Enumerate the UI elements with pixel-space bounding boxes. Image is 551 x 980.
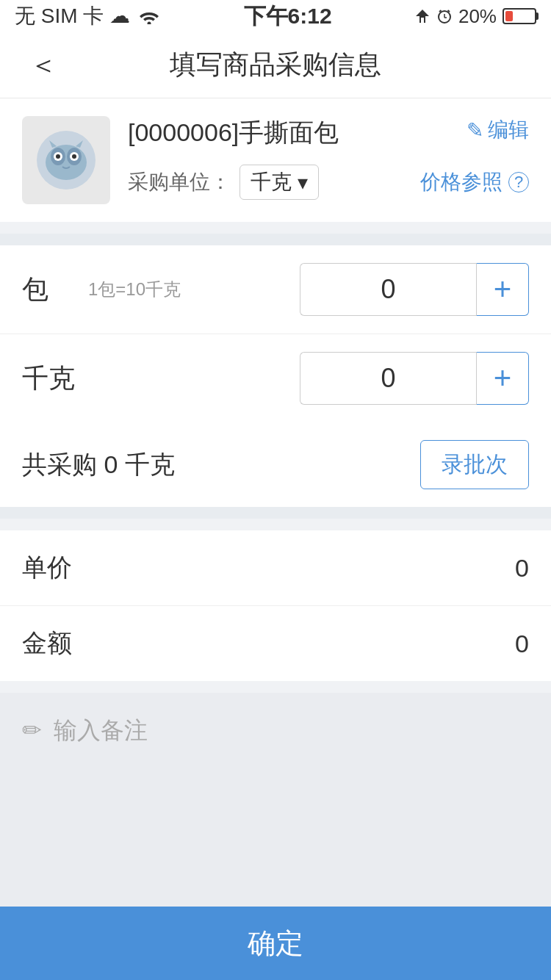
product-name-row: [0000006]手撕面包 ✎ 编辑 [128, 116, 529, 150]
status-bar: 无 SIM 卡 ☁ 下午6:12 20% [0, 0, 551, 32]
price-ref-button[interactable]: 价格参照 ? [420, 168, 529, 196]
bag-input-control: 0 + [300, 263, 529, 316]
edit-button[interactable]: ✎ 编辑 [467, 116, 529, 144]
note-icon: ✏ [22, 716, 42, 744]
bag-input-row: 包 1包=10千克 0 + [0, 245, 551, 334]
product-logo [37, 131, 96, 190]
svg-point-0 [148, 22, 151, 25]
note-placeholder: 输入备注 [54, 715, 148, 747]
kg-input-control: 0 + [300, 352, 529, 405]
bag-plus-button[interactable]: + [476, 263, 529, 316]
dropdown-icon: ▾ [298, 170, 308, 195]
bag-label: 包 [22, 272, 81, 308]
status-right: 20% [414, 5, 536, 28]
batch-button[interactable]: 录批次 [420, 440, 529, 489]
input-section: 包 1包=10千克 0 + 千克 0 + [0, 245, 551, 422]
svg-point-12 [72, 154, 76, 159]
edit-label: 编辑 [488, 116, 529, 144]
summary-row: 共采购 0 千克 录批次 [0, 422, 551, 507]
kg-number-input[interactable]: 0 [300, 352, 476, 405]
battery-icon [503, 8, 536, 24]
unit-select[interactable]: 千克 ▾ [240, 165, 319, 200]
price-ref-label: 价格参照 [420, 168, 503, 196]
product-name: [0000006]手撕面包 [128, 116, 339, 150]
status-left: 无 SIM 卡 ☁ [15, 2, 161, 30]
svg-point-6 [46, 145, 87, 180]
edit-icon: ✎ [467, 118, 483, 143]
summary-text: 共采购 0 千克 [22, 448, 175, 482]
unit-price-label: 单价 [22, 551, 72, 585]
wifi-icon [137, 8, 161, 24]
back-button[interactable]: ＜ [22, 39, 65, 91]
unit-row: 采购单位： 千克 ▾ 价格参照 ? [128, 165, 529, 200]
bag-sublabel: 1包=10千克 [88, 278, 181, 301]
location-icon [414, 8, 431, 24]
bag-number-input[interactable]: 0 [300, 263, 476, 316]
product-info: [0000006]手撕面包 ✎ 编辑 采购单位： 千克 ▾ 价格参照 ? [128, 116, 529, 200]
unit-price-value: 0 [515, 554, 529, 583]
amount-label: 金额 [22, 627, 72, 660]
price-section: 单价 0 金额 0 [0, 530, 551, 681]
kg-label: 千克 [22, 361, 81, 397]
confirm-button[interactable]: 确定 [0, 907, 551, 980]
unit-value: 千克 [251, 168, 292, 196]
page-title: 填写商品采购信息 [170, 47, 381, 83]
battery-percent: 20% [458, 5, 497, 28]
amount-value: 0 [515, 630, 529, 658]
signal-text: 无 SIM 卡 ☁ [15, 2, 130, 30]
unit-price-row: 单价 0 [0, 530, 551, 606]
divider-2 [0, 507, 551, 519]
purchase-unit-label: 采购单位： [128, 168, 231, 196]
kg-plus-button[interactable]: + [476, 352, 529, 405]
amount-row: 金额 0 [0, 606, 551, 681]
svg-point-11 [56, 154, 60, 159]
kg-input-row: 千克 0 + [0, 334, 551, 422]
alarm-icon [436, 8, 453, 24]
product-card: [0000006]手撕面包 ✎ 编辑 采购单位： 千克 ▾ 价格参照 ? [0, 98, 551, 222]
product-thumbnail [22, 116, 110, 204]
divider-1 [0, 234, 551, 245]
status-time: 下午6:12 [244, 1, 332, 32]
price-ref-icon: ? [508, 172, 529, 192]
nav-bar: ＜ 填写商品采购信息 [0, 32, 551, 98]
